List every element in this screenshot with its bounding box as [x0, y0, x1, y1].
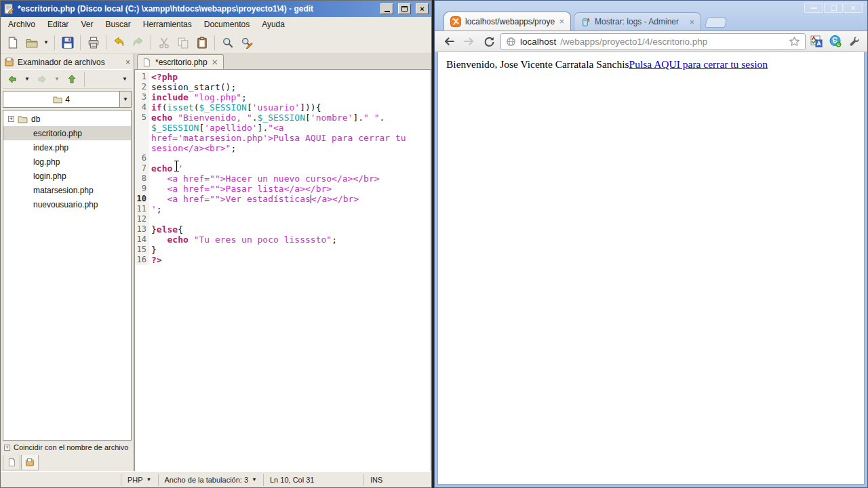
- code-line-text[interactable]: echo "Tu eres un poco lissssto";: [149, 235, 337, 245]
- menu-archivo[interactable]: Archivo: [2, 18, 41, 31]
- close-button[interactable]: ×: [416, 3, 429, 14]
- tree-item-nuevousuario.php[interactable]: nuevousuario.php: [3, 197, 131, 211]
- location-dropdown-button[interactable]: ▼: [119, 92, 131, 107]
- tab-close-icon[interactable]: ×: [689, 18, 694, 26]
- nav-forward-button[interactable]: [34, 71, 50, 87]
- code-line-text[interactable]: }: [149, 245, 157, 255]
- code-line-text[interactable]: echo ': [149, 163, 183, 174]
- documents-panel-tab[interactable]: [3, 455, 20, 470]
- editor-tab-escritorio[interactable]: *escritorio.php ✕: [137, 54, 224, 69]
- file-browser-panel-tab[interactable]: [21, 455, 39, 470]
- open-menu-button[interactable]: ▼: [41, 33, 51, 52]
- redo-button[interactable]: [129, 33, 147, 52]
- code-line-text[interactable]: if(isset($_SESSION['usuario'])){: [149, 102, 321, 113]
- skype-extension-button[interactable]: [827, 33, 844, 50]
- code-line-text[interactable]: echo "Bienvenido, ".$_SESSION['nombre'].…: [149, 113, 384, 123]
- tree-item-escritorio.php[interactable]: escritorio.php: [3, 126, 131, 140]
- code-line-text[interactable]: $_SESSION['apellido']."<a: [149, 123, 284, 133]
- menu-buscar[interactable]: Buscar: [99, 18, 136, 31]
- tree-item-index.php[interactable]: index.php: [3, 140, 131, 155]
- code-line-text[interactable]: include "log.php";: [149, 92, 247, 102]
- code-line-text[interactable]: session_start();: [149, 82, 236, 92]
- code-line-text[interactable]: <a href="">Ver estadísticas</a></br>: [149, 194, 359, 204]
- code-line-text[interactable]: }else{: [149, 224, 183, 235]
- expander-icon[interactable]: +: [8, 116, 14, 122]
- tab-width-label: Ancho de la tabulación: 3: [165, 476, 249, 484]
- gedit-app-icon: [3, 3, 14, 14]
- tab-close-icon[interactable]: ×: [559, 17, 564, 26]
- logout-link[interactable]: Pulsa AQUI para cerrar tu sesion: [629, 58, 768, 70]
- tab-close-icon[interactable]: ✕: [212, 58, 218, 67]
- bookmark-star-icon[interactable]: [789, 36, 800, 47]
- cursor-position: Ln 10, Col 31: [263, 474, 363, 486]
- menu-ver[interactable]: Ver: [75, 18, 99, 31]
- language-selector[interactable]: PHP▼: [121, 474, 158, 486]
- toolbar-separator: [151, 35, 151, 50]
- reload-button[interactable]: [480, 33, 498, 50]
- cut-button[interactable]: [155, 33, 173, 52]
- code-line-text[interactable]: href='matarsesion.php'>Pulsa AQUI para c…: [149, 133, 406, 143]
- chrome-tabstrip: × localhost/webapps/proyecto1/ × Mostrar…: [435, 1, 867, 30]
- menu-editar[interactable]: Editar: [41, 18, 75, 31]
- filename-filter[interactable]: + Coincidir con el nombre de archivo: [3, 441, 132, 454]
- code-line-text[interactable]: <?php: [149, 72, 178, 82]
- address-bar[interactable]: localhost/webapps/proyecto1/4/escritorio…: [500, 33, 806, 50]
- line-number: 4: [135, 102, 149, 113]
- chevron-down-icon: ▼: [146, 477, 152, 483]
- nav-forward-menu[interactable]: ▼: [52, 71, 62, 87]
- back-button[interactable]: [439, 33, 458, 50]
- code-line-text[interactable]: [149, 214, 151, 224]
- gedit-titlebar[interactable]: *escritorio.php (Disco local (C:) \xampp…: [1, 1, 431, 17]
- undo-button[interactable]: [110, 33, 128, 52]
- code-line-text[interactable]: <a href="">Pasar lista</a></br>: [149, 184, 332, 194]
- menu-herramientas[interactable]: Herramientas: [137, 18, 198, 31]
- tree-item-login.php[interactable]: login.php: [3, 169, 131, 183]
- code-row: href='matarsesion.php'>Pulsa AQUI para c…: [135, 133, 431, 143]
- tree-item-label: index.php: [33, 143, 68, 152]
- code-line-text[interactable]: ?>: [149, 255, 162, 265]
- browser-tab-localhost[interactable]: localhost/webapps/proyecto1/ ×: [443, 12, 571, 30]
- nav-up-button[interactable]: [64, 71, 80, 87]
- code-line-text[interactable]: <a href="">Hacer un nuevo curso</a></br>: [149, 174, 380, 184]
- menu-ayuda[interactable]: Ayuda: [256, 18, 291, 31]
- panel-close-icon[interactable]: ×: [125, 58, 130, 67]
- tree-item-db[interactable]: +db: [3, 112, 131, 126]
- find-button[interactable]: [218, 33, 237, 52]
- nav-back-menu[interactable]: ▼: [22, 71, 33, 87]
- tree-item-label: nuevousuario.php: [33, 200, 98, 209]
- code-row: $_SESSION['apellido']."<a: [135, 123, 431, 133]
- browser-tab-adminer[interactable]: Mostrar: logs - Adminer ×: [574, 12, 701, 30]
- code-line-text[interactable]: sesion</a><br>";: [149, 143, 236, 153]
- open-button[interactable]: [22, 33, 41, 52]
- code-view[interactable]: 1<?php2session_start();3include "log.php…: [134, 69, 431, 471]
- minimize-button[interactable]: [804, 3, 823, 13]
- settings-wrench-button[interactable]: [846, 33, 863, 50]
- replace-button[interactable]: [237, 33, 256, 52]
- new-document-button[interactable]: [3, 33, 22, 52]
- close-button[interactable]: ×: [844, 3, 863, 13]
- location-combobox[interactable]: 4 ▼: [3, 91, 132, 108]
- tree-item-matarsesion.php[interactable]: matarsesion.php: [3, 183, 131, 197]
- tree-item-log.php[interactable]: log.php: [3, 155, 131, 169]
- print-button[interactable]: [84, 33, 102, 52]
- copy-button[interactable]: [174, 33, 192, 52]
- toolbar-separator: [80, 35, 81, 50]
- paste-button[interactable]: [193, 33, 211, 52]
- translate-extension-button[interactable]: [808, 33, 825, 50]
- nav-more-menu[interactable]: ▼: [119, 71, 130, 87]
- code-line-text[interactable]: [149, 153, 151, 163]
- cut-icon: [158, 37, 170, 49]
- nav-back-button[interactable]: [4, 71, 20, 87]
- code-row: 16?>: [135, 255, 431, 265]
- code-line-text[interactable]: ';: [149, 204, 162, 214]
- tab-width-selector[interactable]: Ancho de la tabulación: 3▼: [158, 474, 263, 486]
- restore-button[interactable]: [824, 3, 843, 13]
- minimize-button[interactable]: [380, 3, 393, 14]
- maximize-button[interactable]: [398, 3, 411, 14]
- menu-documentos[interactable]: Documentos: [198, 18, 256, 31]
- new-tab-button[interactable]: [704, 17, 728, 28]
- editor-tabbar: *escritorio.php ✕: [134, 54, 431, 69]
- forward-button[interactable]: [460, 33, 478, 50]
- expander-icon[interactable]: +: [4, 445, 10, 451]
- save-button[interactable]: [58, 33, 77, 52]
